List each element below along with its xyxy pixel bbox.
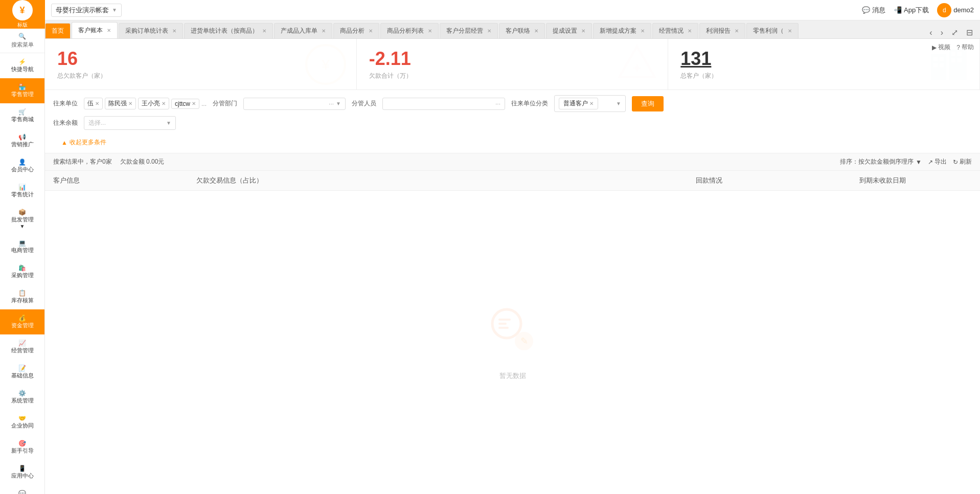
tab-prev-button[interactable]: ‹ <box>926 27 935 38</box>
tab-close-profit-report[interactable]: ✕ <box>735 28 739 34</box>
table-header: 客户信息 欠款交易信息（占比） 回款情况 到期未收款日期 <box>45 171 980 191</box>
sidebar-item-search[interactable]: 🔍 搜索菜单 <box>0 29 44 53</box>
tab-goods-analysis-list[interactable]: 商品分析列表 ✕ <box>380 23 439 38</box>
tab-customer-capital[interactable]: 客户账本 ✕ <box>72 22 118 38</box>
sort-arrow-icon: ▼ <box>916 159 922 166</box>
tab-close-stock-stats[interactable]: ✕ <box>262 28 266 34</box>
finance-icon: 💰 <box>18 315 26 322</box>
tab-minimize-button[interactable]: ⊟ <box>963 27 976 38</box>
tab-close-product-inbound[interactable]: ✕ <box>322 28 326 34</box>
svg-rect-4 <box>931 54 946 80</box>
category-tag[interactable]: 普通客户 ✕ <box>559 98 598 109</box>
balance-filter-select[interactable]: 选择... ▼ <box>84 116 176 130</box>
operations-icon: 📈 <box>18 340 26 347</box>
results-sort[interactable]: 排序：按欠款金额倒序理序 ▼ <box>840 158 922 166</box>
tab-close-customer-capital[interactable]: ✕ <box>107 28 111 33</box>
tab-next-button[interactable]: › <box>938 27 946 38</box>
sidebar-item-operations[interactable]: 📈 经营管理 <box>0 334 44 360</box>
unit-tag-chen[interactable]: 陈民强 ✕ <box>105 98 136 109</box>
tab-close-customer-contact[interactable]: ✕ <box>534 28 538 34</box>
category-tag-close[interactable]: ✕ <box>589 101 594 106</box>
svg-rect-8 <box>933 63 938 68</box>
app-download-button[interactable]: 📲 App下载 <box>894 6 929 15</box>
sidebar-item-finance[interactable]: 💰 资金管理 <box>0 309 44 334</box>
tab-close-goods-analysis[interactable]: ✕ <box>369 28 373 34</box>
tab-stock-stats[interactable]: 进货单统计表（按商品） ✕ <box>184 23 273 38</box>
unit-filter-tags: 伍 ✕ 陈民强 ✕ 王小亮 ✕ cjttcw ✕ ... <box>84 98 207 109</box>
tab-profit-report[interactable]: 利润报告 ✕ <box>699 23 745 38</box>
sidebar-item-wecom[interactable]: 💬 企业微信 <box>0 485 44 494</box>
tab-close-retail-profit[interactable]: ✕ <box>788 28 792 34</box>
sidebar-item-wholesale[interactable]: 📦 批发管理 ▼ <box>0 204 44 234</box>
refresh-button[interactable]: ↻ 刷新 <box>953 158 972 166</box>
tab-expand-button[interactable]: ⤢ <box>948 27 961 38</box>
category-filter-select[interactable]: 普通客户 ✕ ▼ <box>554 95 626 112</box>
unit-tag-wang[interactable]: 王小亮 ✕ <box>138 98 169 109</box>
unit-filter-label: 往来单位 <box>53 99 78 108</box>
unit-tag-more[interactable]: ... <box>201 100 207 107</box>
tab-close-customer-segment[interactable]: ✕ <box>487 28 491 34</box>
balance-filter-label: 往来余额 <box>53 119 78 127</box>
topbar-right: 💬 消息 📲 App下载 d demo2 <box>862 3 974 17</box>
svg-text:✎: ✎ <box>520 336 528 346</box>
tab-new-promotion[interactable]: 新增提成方案 ✕ <box>593 23 651 38</box>
empty-text: 暂无数据 <box>499 371 526 380</box>
tab-close-new-promotion[interactable]: ✕ <box>641 28 645 34</box>
collapse-button[interactable]: ▲ 收起更多条件 <box>53 136 972 149</box>
tab-close-goods-analysis-list[interactable]: ✕ <box>428 28 432 34</box>
tab-home[interactable]: 首页 <box>45 23 71 38</box>
unit-tag-wu-close[interactable]: ✕ <box>95 101 99 106</box>
sidebar-item-member[interactable]: 👤 会员中心 <box>0 153 44 178</box>
query-button[interactable]: 查询 <box>632 96 664 111</box>
unit-tag-chen-close[interactable]: ✕ <box>128 101 132 106</box>
sidebar-item-basic-info[interactable]: 📝 基础信息 <box>0 360 44 385</box>
export-button[interactable]: ↗ 导出 <box>928 158 947 166</box>
tab-product-inbound[interactable]: 产成品入库单 ✕ <box>274 23 332 38</box>
sidebar-item-purchase[interactable]: 🛍️ 采购管理 <box>0 259 44 284</box>
sidebar-item-ecommerce[interactable]: 💻 电商管理 <box>0 234 44 259</box>
tab-close-purchase-order[interactable]: ✕ <box>172 28 176 34</box>
dept-select-arrow: ▼ <box>336 101 341 106</box>
sidebar-item-system[interactable]: ⚙️ 系统管理 <box>0 385 44 410</box>
dept-filter-select[interactable]: ··· ▼ <box>243 98 346 110</box>
sidebar-item-retail-stat[interactable]: 📊 零售统计 <box>0 178 44 204</box>
sidebar: ¥ 标版 🔍 搜索菜单 ⚡ 快捷导航 🏪 零售管理 🛒 零售商城 📢 营销推广 … <box>0 0 45 494</box>
empty-state: ✎ 暂无数据 <box>45 191 980 494</box>
logo-icon: ¥ <box>12 0 33 20</box>
sidebar-item-marketing[interactable]: 📢 营销推广 <box>0 128 44 153</box>
sidebar-item-retail-mall[interactable]: 🛒 零售商城 <box>0 103 44 128</box>
svg-text:¥: ¥ <box>321 57 330 73</box>
sidebar-item-quick-nav[interactable]: ⚡ 快捷导航 <box>0 53 44 78</box>
enterprise-icon: 🤝 <box>18 415 26 422</box>
unit-tag-wang-close[interactable]: ✕ <box>162 101 166 106</box>
unit-tag-cjttcw[interactable]: cjttcw ✕ <box>171 99 199 109</box>
sidebar-item-enterprise[interactable]: 🤝 企业协同 <box>0 410 44 435</box>
tab-close-promotion-settings[interactable]: ✕ <box>581 28 585 34</box>
tab-operations-situation[interactable]: 经营情况 ✕ <box>652 23 698 38</box>
sidebar-item-inventory[interactable]: 📋 库存核算 <box>0 284 44 309</box>
stat-bg-icon-customers <box>918 39 979 89</box>
person-filter-input[interactable]: ··· <box>382 98 505 110</box>
sidebar-item-app-center[interactable]: 📱 应用中心 <box>0 460 44 485</box>
sidebar-item-new-guide[interactable]: 🎯 新手引导 <box>0 435 44 460</box>
tab-customer-segment[interactable]: 客户分层经营 ✕ <box>440 23 498 38</box>
retail-mall-icon: 🛒 <box>18 108 26 116</box>
quick-nav-icon: ⚡ <box>18 58 26 65</box>
tab-promotion-settings[interactable]: 提成设置 ✕ <box>546 23 592 38</box>
logo-text: 标版 <box>17 21 28 29</box>
tab-goods-analysis[interactable]: 商品分析 ✕ <box>333 23 379 38</box>
tab-retail-profit[interactable]: 零售利润（ ✕ <box>746 23 799 38</box>
stat-debt-value: -2.11 <box>369 48 412 70</box>
unit-tag-cjttcw-close[interactable]: ✕ <box>192 101 196 106</box>
category-select-arrow: ▼ <box>616 101 621 106</box>
message-button[interactable]: 💬 消息 <box>862 6 885 15</box>
stat-debtors-label: 总欠款客户（家） <box>57 72 106 80</box>
user-menu[interactable]: d demo2 <box>937 3 974 17</box>
wecom-icon: 💬 <box>18 490 26 494</box>
tab-close-operations-situation[interactable]: ✕ <box>688 28 692 34</box>
tab-customer-contact[interactable]: 客户联络 ✕ <box>499 23 545 38</box>
account-selector[interactable]: 母婴行业演示帐套 ▼ <box>51 4 122 17</box>
unit-tag-wu[interactable]: 伍 ✕ <box>84 98 103 109</box>
sidebar-item-retail-mgmt[interactable]: 🏪 零售管理 <box>0 78 44 103</box>
tab-purchase-order[interactable]: 采购订单统计表 ✕ <box>119 23 183 38</box>
